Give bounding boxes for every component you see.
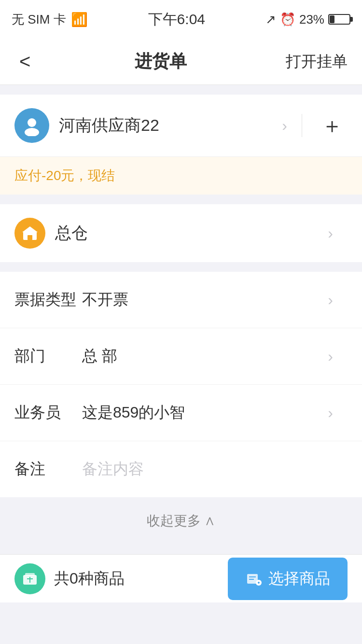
department-value: 总 部 <box>82 346 328 367</box>
supplier-row[interactable]: 河南供应商22 › ＋ <box>0 95 362 157</box>
department-chevron-icon: › <box>328 348 333 365</box>
supplier-section: 河南供应商22 › ＋ 应付-20元，现结 <box>0 95 362 195</box>
select-product-label: 选择商品 <box>268 568 330 589</box>
supplier-chevron-icon: › <box>282 117 287 135</box>
svg-marker-3 <box>22 226 38 232</box>
invoice-type-label: 票据类型 <box>14 289 82 310</box>
page-background <box>0 602 362 644</box>
salesperson-row[interactable]: 业务员 这是859的小智 › <box>0 385 362 441</box>
status-bar: 无 SIM 卡 📶 下午6:04 ↗ ⏰ 23% <box>0 0 362 39</box>
status-time: 下午6:04 <box>148 10 205 29</box>
supplier-name: 河南供应商22 <box>59 114 282 137</box>
warehouse-chevron-icon: › <box>328 224 333 242</box>
collapse-label: 收起更多 ∧ <box>147 512 216 530</box>
section-gap-1 <box>0 85 362 95</box>
remark-label: 备注 <box>14 459 82 480</box>
bottom-bar: 共0种商品 选择商品 <box>0 554 362 602</box>
svg-point-0 <box>28 118 36 127</box>
department-label: 部门 <box>14 346 82 367</box>
invoice-type-chevron-icon: › <box>328 291 333 309</box>
salesperson-value: 这是859的小智 <box>82 402 328 423</box>
svg-rect-6 <box>25 573 35 576</box>
wifi-icon: 📶 <box>71 12 88 28</box>
product-icon <box>14 563 45 594</box>
page-title: 进货单 <box>135 50 187 73</box>
form-section: 票据类型 不开票 › 部门 总 部 › 业务员 这是859的小智 › 备注 备注… <box>0 272 362 497</box>
warehouse-section[interactable]: 总仓 › <box>0 204 362 262</box>
invoice-type-row[interactable]: 票据类型 不开票 › <box>0 272 362 328</box>
location-icon: ↗ <box>265 12 276 27</box>
product-count-label: 共0种商品 <box>54 568 125 589</box>
nav-bar: < 进货单 打开挂单 <box>0 39 362 85</box>
add-supplier-button[interactable]: ＋ <box>317 112 348 140</box>
warehouse-row[interactable]: 总仓 › <box>0 204 362 262</box>
back-button[interactable]: < <box>14 46 35 77</box>
open-pending-button[interactable]: 打开挂单 <box>286 51 348 72</box>
collapse-button[interactable]: 收起更多 ∧ <box>0 497 362 545</box>
salesperson-label: 业务员 <box>14 402 82 423</box>
section-gap-2 <box>0 195 362 204</box>
avatar <box>14 108 49 143</box>
status-right: ↗ ⏰ 23% <box>265 12 350 27</box>
warehouse-name: 总仓 <box>55 222 328 244</box>
svg-rect-4 <box>28 235 32 240</box>
remark-input[interactable]: 备注内容 <box>82 459 348 480</box>
status-carrier: 无 SIM 卡 📶 <box>12 11 88 28</box>
select-product-button[interactable]: 选择商品 <box>228 558 348 600</box>
warehouse-icon <box>14 218 45 249</box>
battery-icon <box>328 14 350 25</box>
salesperson-chevron-icon: › <box>328 404 333 422</box>
battery-percent: 23% <box>299 12 324 27</box>
department-row[interactable]: 部门 总 部 › <box>0 328 362 385</box>
divider <box>302 114 302 137</box>
section-gap-3 <box>0 262 362 272</box>
product-count-area: 共0种商品 <box>14 563 125 594</box>
section-gap-4 <box>0 545 362 554</box>
alarm-icon: ⏰ <box>280 12 295 27</box>
svg-point-1 <box>25 128 39 136</box>
notice-banner: 应付-20元，现结 <box>0 157 362 195</box>
remark-row[interactable]: 备注 备注内容 <box>0 441 362 497</box>
notice-text: 应付-20元，现结 <box>14 168 115 183</box>
invoice-type-value: 不开票 <box>82 289 328 310</box>
